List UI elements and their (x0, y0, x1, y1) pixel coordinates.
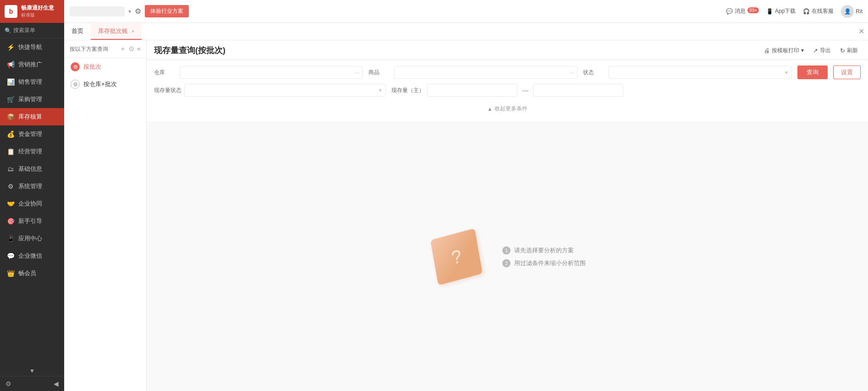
top-bar-right: 💬 消息 99+ 📱 App下载 🎧 在线客服 👤 Rit (726, 5, 863, 18)
export-btn-label: 导出 (820, 47, 831, 54)
query-btn[interactable]: 查询 (797, 65, 828, 79)
online-service-btn[interactable]: 🎧 在线客服 (803, 7, 834, 15)
avatar: 👤 (841, 5, 854, 18)
empty-hints: 1 请先选择要分析的方案 2 用过滤条件来缩小分析范围 (502, 246, 586, 267)
sidebar-item-label: 系统管理 (18, 182, 42, 190)
collapse-conditions-btn[interactable]: ▲ 收起更多条件 (154, 101, 861, 116)
filter-status: 状态 ▾ (583, 66, 792, 79)
sidebar-item-inventory[interactable]: 📦 库存核算 (0, 108, 64, 125)
warehouse-label: 仓库 (154, 69, 177, 76)
plan-label-warehouse-batch: 按仓库+批次 (83, 80, 117, 88)
hint-text-2: 用过滤条件来缩小分析范围 (514, 259, 586, 267)
collapse-arrow-icon: ▲ (487, 106, 493, 112)
plan-label-batch: 按批次 (83, 63, 101, 71)
sidebar-item-label: 应用中心 (18, 234, 42, 243)
warehouse-more-icon[interactable]: ··· (352, 69, 363, 76)
plan-item-batch[interactable]: ⊙ 按批次 (64, 58, 146, 76)
plan-icon-warehouse-batch: ⊙ (71, 80, 80, 89)
top-bar-left: ▾ ⚙ 体验行业方案 (70, 5, 722, 17)
status-select-arrow: ▾ (785, 70, 788, 76)
tab-bar-close-btn[interactable]: ✕ (858, 27, 864, 36)
status-label: 状态 (583, 69, 606, 76)
page-title: 现存量查询(按批次) (154, 45, 225, 56)
refresh-btn[interactable]: ↻ 刷新 (837, 45, 861, 56)
filter-product: 商品 ··· (368, 66, 577, 79)
sidebar-item-enterprise[interactable]: 🤝 企业协同 (0, 195, 64, 212)
product-input[interactable] (395, 67, 566, 77)
stock-qty-min-input[interactable] (428, 85, 517, 95)
sidebar-item-purchase[interactable]: 🛒 采购管理 (0, 91, 64, 108)
app-download-btn[interactable]: 📱 App下载 (766, 7, 796, 15)
sidebar-title-block: 畅康通好生意 标准版 (21, 5, 54, 18)
top-search-input[interactable] (70, 6, 125, 16)
wechat-icon: 💬 (6, 252, 15, 260)
message-icon: 💬 (726, 8, 733, 15)
tab-home[interactable]: 首页 (64, 23, 91, 40)
filter-row-2: 现存量状态 ▾ 现存量（主） — (154, 84, 861, 97)
top-settings-icon[interactable]: ⚙ (135, 7, 141, 16)
plan-icon-batch: ⊙ (71, 62, 80, 71)
sidebar-item-finance[interactable]: 💰 资金管理 (0, 125, 64, 143)
sidebar-item-quick-nav[interactable]: ⚡ 快捷导航 (0, 38, 64, 56)
avatar-icon: 👤 (844, 8, 851, 15)
print-btn[interactable]: 🖨 按模板打印 ▾ (761, 45, 807, 56)
sidebar-item-wechat[interactable]: 💬 企业微信 (0, 247, 64, 265)
tab-bar: 首页 库存批次账 × ✕ (64, 23, 868, 40)
content-area: 按以下方案查询 ＋ ⊙ « ⊙ 按批次 ⊙ 按仓库+批次 现存量查询(按批次) (64, 40, 868, 391)
hint-num-1: 1 (502, 246, 511, 255)
export-btn[interactable]: ↗ 导出 (810, 45, 834, 56)
settings-icon[interactable]: ⚙ (5, 380, 11, 387)
product-more-icon[interactable]: ··· (566, 69, 577, 76)
status-select[interactable]: ▾ (609, 66, 792, 79)
add-plan-icon[interactable]: ＋ (120, 45, 126, 53)
plan-item-warehouse-batch[interactable]: ⊙ 按仓库+批次 (64, 76, 146, 93)
message-btn[interactable]: 💬 消息 99+ (726, 7, 759, 15)
filter-warehouse: 仓库 ··· (154, 66, 363, 79)
sidebar-search[interactable]: 🔍 搜索菜单 (0, 23, 64, 38)
message-badge: 99+ (747, 7, 759, 13)
search-menu-label: 搜索菜单 (13, 27, 35, 34)
dropdown-icon[interactable]: ▾ (128, 8, 131, 15)
sidebar-item-label: 采购管理 (18, 95, 42, 103)
stock-status-select[interactable]: ▾ (184, 84, 386, 97)
stock-qty-max-input[interactable] (533, 85, 623, 95)
tab-inventory-batch[interactable]: 库存批次账 × (91, 23, 142, 40)
left-panel-collapse-icon[interactable]: « (137, 45, 141, 53)
sidebar-item-basic[interactable]: 🗂 基础信息 (0, 160, 64, 178)
plan-settings-icon[interactable]: ⊙ (129, 45, 134, 53)
warehouse-input[interactable] (180, 67, 352, 77)
operations-icon: 📋 (6, 148, 15, 155)
quick-nav-icon: ⚡ (6, 43, 15, 51)
sidebar-item-apps[interactable]: 📱 应用中心 (0, 230, 64, 247)
sidebar-item-label: 营销推广 (18, 60, 42, 69)
product-label: 商品 (368, 69, 391, 76)
industry-btn[interactable]: 体验行业方案 (145, 5, 189, 17)
sidebar-item-sales[interactable]: 📊 销售管理 (0, 73, 64, 91)
collapse-sidebar-icon[interactable]: ◀ (54, 380, 59, 387)
search-icon: 🔍 (5, 27, 11, 34)
sidebar-version: 标准版 (21, 12, 54, 18)
hint-num-2: 2 (502, 259, 511, 267)
stock-qty-separator: — (520, 87, 530, 94)
sidebar-scroll-down[interactable]: ▼ (0, 366, 64, 376)
sidebar-footer: ⚙ ◀ (0, 376, 64, 391)
print-btn-label: 按模板打印 (772, 47, 799, 54)
member-icon: 👑 (6, 270, 15, 277)
headset-icon: 🎧 (803, 8, 810, 15)
settings-btn[interactable]: 设置 (833, 65, 861, 79)
filter-area: 仓库 ··· 商品 ··· 状态 (147, 60, 868, 122)
sidebar-item-member[interactable]: 👑 畅会员 (0, 265, 64, 282)
newbie-icon: 🎯 (6, 217, 15, 225)
sidebar-item-newbie[interactable]: 🎯 新手引导 (0, 212, 64, 230)
sidebar-item-marketing[interactable]: 📢 营销推广 (0, 56, 64, 73)
user-menu[interactable]: 👤 Rit (841, 5, 863, 18)
tab-close-icon[interactable]: × (132, 28, 134, 34)
sidebar-nav: ⚡ 快捷导航 📢 营销推广 📊 销售管理 🛒 采购管理 📦 库存核算 💰 资金管… (0, 38, 64, 366)
sidebar-item-system[interactable]: ⚙ 系统管理 (0, 178, 64, 195)
message-label: 消息 (735, 7, 746, 15)
sidebar-item-operations[interactable]: 📋 经营管理 (0, 143, 64, 160)
filter-stock-status: 现存量状态 ▾ (154, 84, 386, 97)
print-dropdown-arrow[interactable]: ▾ (801, 47, 804, 54)
stock-status-arrow: ▾ (379, 87, 382, 93)
refresh-icon: ↻ (840, 47, 845, 54)
